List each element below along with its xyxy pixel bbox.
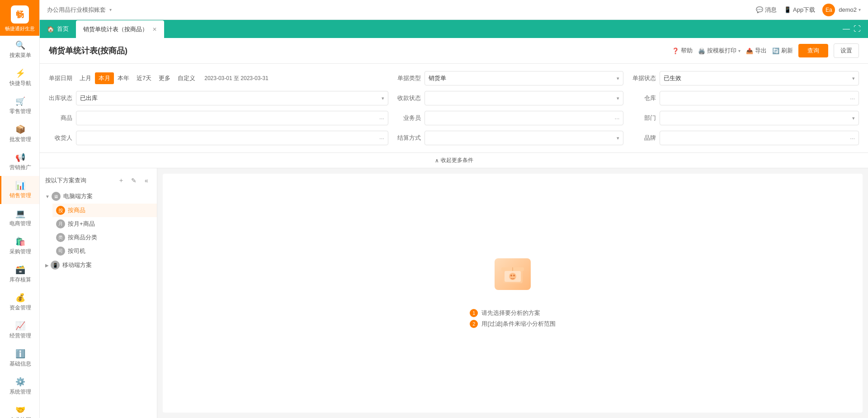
- tab-close-btn[interactable]: ✕: [152, 26, 157, 33]
- sidebar-item-system[interactable]: ⚙️ 系统管理: [0, 372, 39, 400]
- message-btn[interactable]: 💬 消息: [756, 6, 777, 14]
- status-arrow: ▾: [852, 76, 855, 81]
- sidebar-item-inventory[interactable]: 🗃️ 库存核算: [0, 260, 39, 288]
- driver-icon: 司: [56, 247, 65, 256]
- tab-maximize-btn[interactable]: ⛶: [854, 25, 861, 33]
- out-status-arrow: ▾: [382, 95, 384, 101]
- sidebar-item-operations[interactable]: 📈 经营管理: [0, 316, 39, 344]
- edit-scheme-btn[interactable]: ✎: [129, 176, 139, 185]
- sidebar-item-ecom[interactable]: 💻 电商管理: [0, 204, 39, 232]
- collapse-btn[interactable]: ∧ 收起更多条件: [435, 157, 473, 164]
- sidebar-item-cooperation[interactable]: 🤝 企业协同: [0, 400, 39, 418]
- date-tab-7days[interactable]: 近7天: [133, 72, 155, 84]
- tab-home[interactable]: 🏠 首页: [40, 20, 76, 38]
- collapse-panel-btn[interactable]: «: [142, 176, 151, 185]
- collapse-bar[interactable]: ∧ 收起更多条件: [40, 153, 868, 168]
- mobile-scheme-icon: 📱: [51, 261, 60, 270]
- sidebar-item-finance-label: 资金管理: [9, 304, 31, 312]
- filter-row-4: 收货人 ··· 结算方式 ▾ 品牌: [49, 131, 859, 145]
- brand-control[interactable]: ···: [660, 131, 859, 145]
- download-icon: 📱: [784, 6, 791, 13]
- brand-dots[interactable]: ···: [850, 135, 855, 142]
- sidebar-item-purchase[interactable]: 🛍️ 采购管理: [0, 232, 39, 260]
- retail-icon: 🛒: [15, 96, 25, 106]
- warehouse-control[interactable]: ···: [660, 91, 859, 105]
- tab-bar: 🏠 首页 销货单统计表（按商品） ✕ — ⛶: [40, 20, 868, 38]
- receiver-dots[interactable]: ···: [379, 135, 384, 142]
- tree-item-goods[interactable]: 按 按商品: [52, 204, 157, 217]
- sidebar-item-wholesale[interactable]: 📦 批发管理: [0, 120, 39, 148]
- top-bar-right: 💬 消息 📱 App下载 Ea demo2 ▾: [756, 4, 861, 16]
- type-label: 单据类型: [397, 74, 425, 82]
- out-status-control[interactable]: 已出库 ▾: [76, 91, 388, 105]
- print-icon: 🖨️: [698, 48, 705, 54]
- tree-item-driver[interactable]: 司 按司机: [52, 244, 157, 258]
- print-template-btn[interactable]: 🖨️ 按模板打印 ▾: [698, 47, 741, 55]
- receiver-control[interactable]: ···: [76, 131, 388, 145]
- collapse-label: 收起更多条件: [441, 157, 473, 164]
- user-menu[interactable]: Ea demo2 ▾: [822, 4, 861, 16]
- date-tab-custom[interactable]: 自定义: [174, 72, 199, 84]
- sidebar-item-sales[interactable]: 📊 销售管理: [0, 176, 39, 204]
- tab-home-label: 首页: [57, 25, 69, 33]
- date-tab-thisyear[interactable]: 本年: [114, 72, 133, 84]
- export-icon: 📤: [746, 48, 753, 54]
- add-scheme-btn[interactable]: ＋: [116, 176, 126, 185]
- main-area: 办公用品行业模拟账套 ▾ 💬 消息 📱 App下载 Ea demo2 ▾ 🏠 首…: [40, 0, 868, 418]
- export-btn[interactable]: 📤 导出: [746, 47, 767, 55]
- refresh-icon: 🔄: [772, 48, 779, 54]
- app-download-btn[interactable]: 📱 App下载: [784, 6, 815, 14]
- content-body: 按以下方案查询 ＋ ✎ « ▼ 🖥 电脑端方案 按 按商品: [40, 168, 868, 418]
- settings-button[interactable]: 设置: [834, 43, 859, 58]
- tree-item-month-goods[interactable]: 月 按月+商品: [52, 217, 157, 231]
- tab-sales-report[interactable]: 销货单统计表（按商品） ✕: [76, 20, 164, 38]
- sidebar-item-inventory-label: 库存核算: [9, 276, 31, 284]
- app-selector-label[interactable]: 办公用品行业模拟账套: [47, 6, 106, 14]
- empty-tip-2: 2 用[过滤]条件来缩小分析范围: [470, 320, 555, 328]
- payment-control[interactable]: ▾: [425, 131, 624, 145]
- page-actions: ❓ 帮助 🖨️ 按模板打印 ▾ 📤 导出 🔄 刷新 查询 设置: [672, 43, 859, 63]
- sidebar-item-system-label: 系统管理: [9, 388, 31, 396]
- sidebar-item-marketing[interactable]: 📢 营销推广: [0, 148, 39, 176]
- content-area: 销货单统计表(按商品) ❓ 帮助 🖨️ 按模板打印 ▾ 📤 导出 🔄 刷新: [40, 38, 868, 418]
- status-control[interactable]: 已生效 ▾: [660, 71, 859, 86]
- sidebar-item-retail[interactable]: 🛒 零售管理: [0, 92, 39, 120]
- tab-minimize-btn[interactable]: —: [843, 25, 850, 33]
- sidebar-item-marketing-label: 营销推广: [9, 164, 31, 171]
- tree-desktop-group[interactable]: ▼ 🖥 电脑端方案: [40, 189, 157, 204]
- sidebar-item-basic[interactable]: ℹ️ 基础信息: [0, 344, 39, 372]
- ecom-icon: 💻: [15, 209, 25, 218]
- payment-label: 结算方式: [397, 134, 425, 142]
- out-status-label: 出库状态: [49, 94, 76, 102]
- help-btn[interactable]: ❓ 帮助: [672, 47, 693, 55]
- desktop-scheme-label: 电脑端方案: [63, 192, 93, 200]
- sidebar-item-basic-label: 基础信息: [9, 360, 31, 368]
- warehouse-dots[interactable]: ···: [850, 95, 855, 102]
- sidebar-item-finance[interactable]: 💰 资金管理: [0, 288, 39, 316]
- goods-scheme-label: 按商品: [68, 206, 85, 214]
- goods-control[interactable]: ···: [76, 111, 388, 125]
- empty-num-1: 1: [470, 309, 478, 317]
- goods-dots[interactable]: ···: [379, 115, 384, 122]
- date-tab-thismonth[interactable]: 本月: [95, 72, 114, 84]
- quicknav-icon: ⚡: [15, 68, 25, 78]
- sidebar-item-search[interactable]: 🔍 搜索菜单: [0, 36, 39, 64]
- staff-dots[interactable]: ···: [615, 115, 620, 122]
- left-panel-header: 按以下方案查询 ＋ ✎ «: [40, 174, 157, 189]
- date-tab-lastmonth[interactable]: 上月: [76, 72, 95, 84]
- receiver-label: 收货人: [49, 134, 76, 142]
- tree-mobile-group[interactable]: ▶ 📱 移动端方案: [40, 258, 157, 272]
- staff-control[interactable]: ···: [425, 111, 624, 125]
- query-button[interactable]: 查询: [798, 44, 828, 57]
- dept-control[interactable]: ▾: [660, 111, 859, 125]
- sidebar-item-quicknav-label: 快捷导航: [9, 80, 31, 87]
- refresh-btn[interactable]: 🔄 刷新: [772, 47, 793, 55]
- logo-text: 畅捷通好生意: [5, 25, 35, 32]
- pay-status-control[interactable]: ▾: [425, 91, 624, 105]
- month-goods-label: 按月+商品: [68, 220, 95, 228]
- empty-tip-1: 1 请先选择要分析的方案: [470, 309, 555, 317]
- date-tab-more[interactable]: 更多: [155, 72, 174, 84]
- sidebar-item-quicknav[interactable]: ⚡ 快捷导航: [0, 64, 39, 92]
- type-control[interactable]: 销货单 ▾: [425, 71, 624, 86]
- tree-item-goods-category[interactable]: 类 按商品分类: [52, 231, 157, 244]
